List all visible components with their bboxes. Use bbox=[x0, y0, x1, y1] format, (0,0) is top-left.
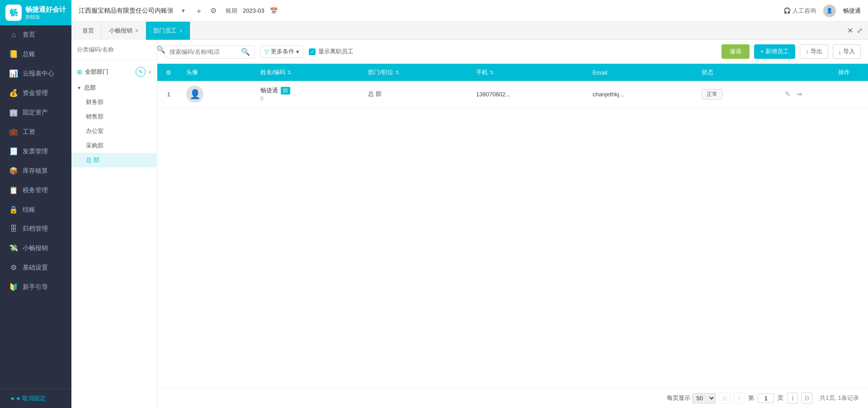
employee-name: 畅捷通 bbox=[260, 86, 278, 95]
sidebar-label-ledger: 总账 bbox=[23, 50, 35, 58]
content-area: 🔍 ⊞ 全部部门 ✎ « ▼ 总部 财务部 销售部 办公室 采购 bbox=[71, 40, 868, 408]
tab-expense-close-icon[interactable]: × bbox=[135, 28, 138, 34]
dept-group-name: 总部 bbox=[84, 84, 96, 92]
dept-all-item[interactable]: ⊞ 全部部门 ✎ « bbox=[71, 63, 157, 81]
avatar-placeholder: 👤 bbox=[826, 8, 833, 14]
invite-btn[interactable]: 邀请 bbox=[722, 44, 750, 59]
cell-name: 畅捷通 部 0 bbox=[254, 81, 362, 108]
tab-expense-label: 小畅报销 bbox=[109, 27, 132, 35]
sidebar-item-guide[interactable]: 🔰 新手引导 bbox=[0, 277, 71, 297]
sidebar-label-invoice: 发票管理 bbox=[23, 147, 48, 156]
col-name[interactable]: 姓名/编码 ⇅ bbox=[254, 64, 362, 81]
last-page-btn[interactable]: ⟩⟩ bbox=[802, 393, 812, 403]
sidebar-item-settings[interactable]: ⚙ 基础设置 bbox=[0, 258, 71, 277]
col-name-sort-icon[interactable]: ⇅ bbox=[287, 70, 291, 75]
sidebar-item-inventory[interactable]: 📦 库存核算 bbox=[0, 161, 71, 180]
employee-code: 0 bbox=[260, 95, 356, 102]
dept-edit-btn[interactable]: ✎ bbox=[136, 67, 146, 77]
sidebar-item-funds[interactable]: 💰 资金管理 bbox=[0, 83, 71, 103]
export-icon: ↑ bbox=[806, 48, 809, 55]
col-phone-sort-icon[interactable]: ⇅ bbox=[490, 70, 494, 75]
tab-dept[interactable]: 部门员工 × bbox=[146, 22, 190, 40]
avatar: 👤 bbox=[186, 85, 203, 103]
dept-collapse-icon[interactable]: « bbox=[148, 69, 151, 75]
company-name: 江西服宝精品有限责任公司内账张 bbox=[79, 7, 174, 15]
import-btn[interactable]: ↓ 导入 bbox=[833, 44, 861, 59]
ledger-icon: 📒 bbox=[9, 50, 18, 58]
settings-icon: ⚙ bbox=[9, 263, 18, 272]
sidebar-label-inventory: 库存核算 bbox=[23, 167, 48, 175]
pagination: 每页显示 50 100 200 ⟨⟨ ⟨ 第 页 ⟩ ⟩⟩ 共1页, 1条记录 bbox=[157, 388, 868, 408]
add-employee-btn[interactable]: + 新增员工 bbox=[754, 44, 795, 59]
sidebar-item-assets[interactable]: 🏢 固定资产 bbox=[0, 103, 71, 122]
add-company-btn[interactable]: ＋ bbox=[193, 5, 205, 17]
show-resigned-checkbox[interactable]: ✓ bbox=[309, 48, 316, 55]
tabs-bar: 首页 小畅报销 × 部门员工 × ✕ ⤢ bbox=[71, 22, 868, 40]
name-badge: 畅捷通 部 bbox=[260, 86, 356, 95]
tab-expense[interactable]: 小畅报销 × bbox=[102, 22, 146, 40]
sidebar-item-ledger[interactable]: 📒 总账 bbox=[0, 44, 71, 64]
sidebar-item-salary[interactable]: 💼 工资 bbox=[0, 122, 71, 142]
next-page-btn[interactable]: ⟩ bbox=[787, 393, 798, 403]
expand-tab-btn[interactable]: ⤢ bbox=[857, 26, 863, 35]
dept-item-general[interactable]: 总 部 bbox=[71, 153, 157, 167]
tab-dept-close-icon[interactable]: × bbox=[179, 28, 183, 34]
sidebar-item-expense[interactable]: 💸 小畅报销 bbox=[0, 238, 71, 258]
sidebar-label-funds: 资金管理 bbox=[23, 89, 48, 97]
col-name-label: 姓名/编码 bbox=[260, 69, 286, 76]
company-dropdown-btn[interactable]: ▾ bbox=[179, 6, 188, 15]
sidebar-item-closing[interactable]: 🔒 结账 bbox=[0, 200, 71, 219]
user-avatar: 👤 bbox=[823, 5, 836, 17]
sidebar-label-reports: 云报表中心 bbox=[23, 70, 54, 78]
service-btn[interactable]: 🎧 人工咨询 bbox=[783, 7, 816, 15]
col-action: 操作 bbox=[778, 64, 868, 81]
prev-page-btn[interactable]: ⟨ bbox=[734, 393, 745, 403]
settings-gear-icon[interactable]: ⚙ bbox=[210, 6, 217, 15]
export-label: 导出 bbox=[811, 47, 822, 56]
dept-item-purchase[interactable]: 采购部 bbox=[71, 138, 157, 153]
sidebar-item-home[interactable]: ⌂ 首页 bbox=[0, 25, 71, 44]
toolbar-right: 邀请 + 新增员工 ↑ 导出 ↓ 导入 bbox=[722, 44, 861, 59]
calendar-icon[interactable]: 📅 bbox=[270, 7, 278, 14]
tab-home[interactable]: 首页 bbox=[75, 22, 102, 40]
sidebar-item-invoice[interactable]: 🧾 发票管理 bbox=[0, 142, 71, 161]
sidebar-item-archive[interactable]: 🗄 归档管理 bbox=[0, 219, 71, 238]
dept-search-input[interactable] bbox=[77, 46, 153, 53]
funds-icon: 💰 bbox=[9, 89, 18, 97]
dept-item-office[interactable]: 办公室 bbox=[71, 124, 157, 138]
col-dept[interactable]: 部门/职位 ⇅ bbox=[362, 64, 470, 81]
col-settings[interactable]: ⚙ bbox=[157, 64, 180, 81]
tab-dept-label: 部门员工 bbox=[153, 27, 177, 35]
sidebar-label-expense: 小畅报销 bbox=[23, 244, 48, 252]
username: 畅捷通 bbox=[843, 7, 861, 15]
page-input[interactable] bbox=[758, 394, 774, 403]
first-page-btn[interactable]: ⟨⟨ bbox=[719, 393, 730, 403]
employee-search-icon[interactable]: 🔍 bbox=[241, 47, 250, 56]
sidebar-item-tax[interactable]: 📋 税务管理 bbox=[0, 180, 71, 200]
export-btn[interactable]: ↑ 导出 bbox=[800, 44, 828, 59]
dept-group-header[interactable]: ▼ 总部 bbox=[71, 81, 157, 95]
employee-search-input[interactable] bbox=[170, 48, 238, 55]
import-icon: ↓ bbox=[839, 48, 842, 55]
per-page-select[interactable]: 50 100 200 bbox=[692, 393, 716, 403]
close-tab-btn[interactable]: ✕ bbox=[847, 26, 853, 35]
expense-icon: 💸 bbox=[9, 244, 18, 252]
col-phone[interactable]: 手机 ⇅ bbox=[470, 64, 586, 81]
cancel-fixed-btn[interactable]: ◄◄ 取消固定 bbox=[0, 389, 71, 408]
col-dept-sort-icon[interactable]: ⇅ bbox=[395, 70, 399, 75]
action-btns: ✎ ⇥ bbox=[785, 90, 862, 98]
employee-toolbar: 🔍 ▽ 更多条件 ▾ ✓ 显示离职员工 邀请 + 新增员工 ↑ 导出 bbox=[157, 40, 868, 64]
dept-item-finance[interactable]: 财务部 bbox=[71, 95, 157, 109]
archive-icon: 🗄 bbox=[9, 225, 18, 233]
logout-btn[interactable]: ⇥ bbox=[796, 90, 802, 98]
filter-btn[interactable]: ▽ 更多条件 ▾ bbox=[260, 45, 303, 58]
show-resigned-toggle[interactable]: ✓ 显示离职员工 bbox=[309, 47, 354, 56]
guide-icon: 🔰 bbox=[9, 283, 18, 291]
closing-icon: 🔒 bbox=[9, 205, 18, 214]
sidebar-item-reports[interactable]: 📊 云报表中心 bbox=[0, 64, 71, 83]
main-area: 江西服宝精品有限责任公司内账张 ▾ ＋ ⚙ 账期 2023-03 📅 🎧 人工咨… bbox=[71, 0, 868, 408]
inventory-icon: 📦 bbox=[9, 166, 18, 175]
edit-btn[interactable]: ✎ bbox=[785, 90, 791, 98]
sidebar-label-salary: 工资 bbox=[23, 128, 35, 136]
dept-item-sales[interactable]: 销售部 bbox=[71, 109, 157, 124]
